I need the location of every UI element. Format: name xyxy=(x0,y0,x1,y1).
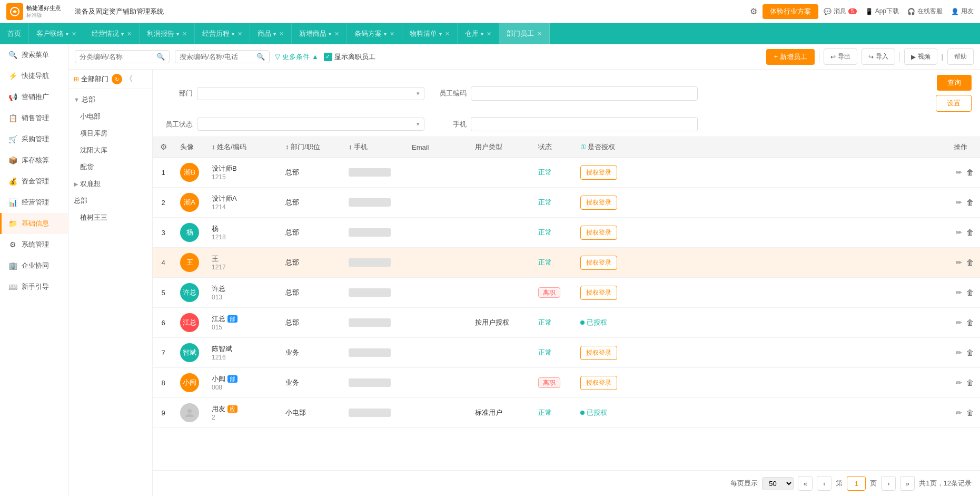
logo-icon xyxy=(6,3,23,20)
dept-select[interactable]: ▾ xyxy=(197,87,424,100)
phone-input[interactable] xyxy=(471,117,698,131)
edit-button[interactable]: ✏ xyxy=(956,198,962,207)
dept-item-plant[interactable]: 植树王三 xyxy=(68,209,152,226)
online-service-action[interactable]: 🎧 在线客服 xyxy=(907,7,943,16)
sidebar-item-search[interactable]: 🔍 搜索菜单 xyxy=(0,44,68,65)
sidebar-item-marketing[interactable]: 📢 营销推广 xyxy=(0,86,68,108)
delete-button[interactable]: 🗑 xyxy=(966,258,974,267)
close-icon[interactable]: ✕ xyxy=(445,31,450,37)
dept-item-delivery[interactable]: 配货 xyxy=(68,159,152,176)
auth-button[interactable]: 授权登录 xyxy=(580,166,617,180)
tab-goods[interactable]: 商品 ▾ ✕ xyxy=(250,23,292,44)
tab-bom[interactable]: 物料清单 ▾ ✕ xyxy=(402,23,458,44)
app-download-action[interactable]: 📱 App下载 xyxy=(865,7,899,16)
sidebar-item-guide[interactable]: 📖 新手引导 xyxy=(0,276,68,297)
close-icon[interactable]: ✕ xyxy=(537,31,542,37)
delete-button[interactable]: 🗑 xyxy=(966,228,974,237)
close-icon[interactable]: ✕ xyxy=(390,31,394,37)
edit-button[interactable]: ✏ xyxy=(956,318,962,327)
message-action[interactable]: 💬 消息 5 xyxy=(824,7,857,16)
edit-button[interactable]: ✏ xyxy=(956,378,962,387)
employee-search-input[interactable] xyxy=(180,53,253,61)
dept-item-shenyang[interactable]: 沈阳大库 xyxy=(68,142,152,159)
close-icon[interactable]: ✕ xyxy=(279,31,284,37)
delete-button[interactable]: 🗑 xyxy=(966,378,974,387)
dept-refresh-button[interactable]: ↻ xyxy=(112,74,122,84)
row-number: 2 xyxy=(153,188,174,218)
last-page-button[interactable]: » xyxy=(900,476,915,491)
delete-button[interactable]: 🗑 xyxy=(966,318,974,327)
page-size-select[interactable]: 50 100 xyxy=(762,477,794,490)
category-search-input[interactable] xyxy=(80,53,153,61)
delete-button[interactable]: 🗑 xyxy=(966,348,974,357)
sidebar-item-basic[interactable]: 📁 基础信息 xyxy=(0,213,68,234)
edit-button[interactable]: ✏ xyxy=(956,409,962,417)
export-button[interactable]: ↩ 导出 xyxy=(824,48,857,65)
import-button[interactable]: ↪ 导入 xyxy=(862,48,895,65)
edit-button[interactable]: ✏ xyxy=(956,348,962,357)
delete-button[interactable]: 🗑 xyxy=(966,409,974,417)
delete-button[interactable]: 🗑 xyxy=(966,198,974,207)
edit-button[interactable]: ✏ xyxy=(956,258,962,267)
auth-button[interactable]: 授权登录 xyxy=(580,376,617,390)
tab-add-goods[interactable]: 新增商品 ▾ ✕ xyxy=(292,23,347,44)
user-action[interactable]: 👤 用友 xyxy=(951,7,974,16)
more-filter-btn[interactable]: ▽ 更多条件 ▲ xyxy=(275,52,319,62)
column-settings-icon[interactable]: ⚙ xyxy=(160,142,167,151)
tab-profit[interactable]: 利润报告 ▾ ✕ xyxy=(140,23,195,44)
setting-button[interactable]: 设置 xyxy=(936,95,972,112)
dept-item-electronics[interactable]: 小电部 xyxy=(68,108,152,125)
emp-code-input[interactable] xyxy=(471,86,698,101)
delete-button[interactable]: 🗑 xyxy=(966,288,974,297)
prev-page-button[interactable]: ‹ xyxy=(817,476,831,491)
system-title: 装备及固定资产辅助管理系统 xyxy=(75,7,745,16)
auth-button[interactable]: 授权登录 xyxy=(580,226,617,240)
tab-warehouse[interactable]: 仓库 ▾ ✕ xyxy=(458,23,499,44)
sidebar-item-system[interactable]: ⚙ 系统管理 xyxy=(0,234,68,255)
edit-button[interactable]: ✏ xyxy=(956,168,962,177)
tab-history[interactable]: 经营历程 ▾ ✕ xyxy=(195,23,250,44)
status-select[interactable]: ▾ xyxy=(197,118,424,131)
help-button[interactable]: 帮助 xyxy=(947,48,974,65)
auth-button[interactable]: 授权登录 xyxy=(580,346,617,360)
close-icon[interactable]: ✕ xyxy=(127,31,132,37)
current-page-input[interactable] xyxy=(847,476,866,491)
tab-barcode[interactable]: 条码方案 ▾ ✕ xyxy=(347,23,402,44)
sidebar-item-purchase[interactable]: 🛒 采购管理 xyxy=(0,129,68,150)
tab-customer[interactable]: 客户联络 ▾ ✕ xyxy=(29,23,84,44)
trial-button[interactable]: 体验行业方案 xyxy=(763,4,818,19)
tab-employees[interactable]: 部门员工 ✕ xyxy=(499,23,550,44)
query-button[interactable]: 查询 xyxy=(937,75,972,91)
dept-item-double[interactable]: ▶ 双鹿想 xyxy=(68,176,152,192)
sidebar-item-sales[interactable]: 📋 销售管理 xyxy=(0,108,68,129)
close-icon[interactable]: ✕ xyxy=(182,31,187,37)
settings-icon[interactable]: ⚙ xyxy=(750,6,757,16)
tab-home[interactable]: 首页 xyxy=(0,23,29,44)
edit-button[interactable]: ✏ xyxy=(956,288,962,297)
edit-button[interactable]: ✏ xyxy=(956,228,962,237)
auth-button[interactable]: 授权登录 xyxy=(580,286,617,300)
close-icon[interactable]: ✕ xyxy=(237,31,242,37)
sidebar-item-enterprise[interactable]: 🏢 企业协同 xyxy=(0,255,68,276)
dept-collapse-button[interactable]: 《 xyxy=(125,74,133,84)
first-page-button[interactable]: « xyxy=(798,476,813,491)
close-icon[interactable]: ✕ xyxy=(487,31,491,37)
close-icon[interactable]: ✕ xyxy=(334,31,339,37)
dept-item-hq[interactable]: 总部 xyxy=(68,192,152,209)
video-button[interactable]: ▶ 视频 xyxy=(904,48,937,65)
sidebar-item-finance[interactable]: 💰 资金管理 xyxy=(0,171,68,192)
auth-button[interactable]: 授权登录 xyxy=(580,196,617,210)
dept-item-general[interactable]: ▼ 总部 xyxy=(68,91,152,108)
sidebar-item-inventory[interactable]: 📦 库存核算 xyxy=(0,150,68,171)
delete-button[interactable]: 🗑 xyxy=(966,168,974,177)
next-page-button[interactable]: › xyxy=(881,476,896,491)
close-icon[interactable]: ✕ xyxy=(72,31,76,37)
tab-operations[interactable]: 经营情况 ▾ ✕ xyxy=(84,23,140,44)
avatar: 智斌 xyxy=(180,343,199,362)
dept-item-project[interactable]: 项目库房 xyxy=(68,125,152,142)
auth-button[interactable]: 授权登录 xyxy=(580,256,617,270)
sidebar-item-operations[interactable]: 📊 经营管理 xyxy=(0,192,68,213)
show-resigned-wrap[interactable]: ✓ 显示离职员工 xyxy=(324,52,375,62)
add-employee-button[interactable]: + 新增员工 xyxy=(766,49,814,65)
sidebar-item-quicknav[interactable]: ⚡ 快捷导航 xyxy=(0,65,68,86)
